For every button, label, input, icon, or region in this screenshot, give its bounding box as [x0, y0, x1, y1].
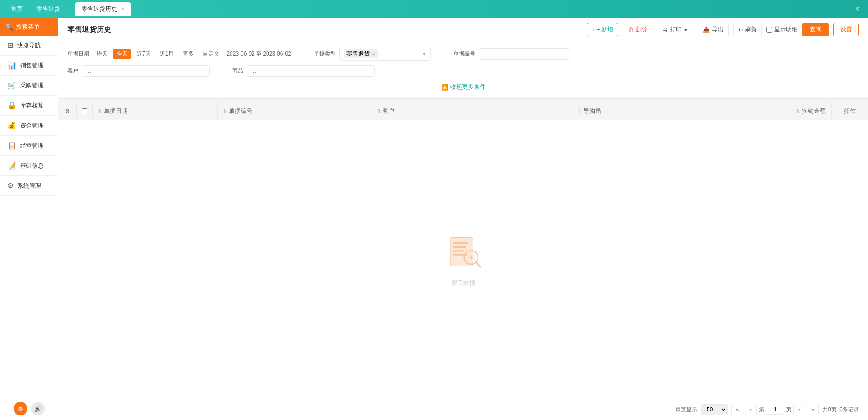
- bill-type-tag: 零售退货 ×: [344, 49, 378, 58]
- show-detail-checkbox-label[interactable]: 显示明细: [766, 26, 798, 34]
- customer-input[interactable]: [82, 65, 210, 77]
- refresh-icon: ↻: [738, 26, 743, 33]
- sidebar-item-inventory[interactable]: 🔒 库存核算: [0, 96, 58, 116]
- delete-icon: 🗑: [628, 26, 634, 33]
- sidebar-item-operation[interactable]: 📋 经营管理: [0, 136, 58, 156]
- page-size-select[interactable]: 50 10 20 100: [701, 404, 728, 415]
- th-bill: ⇅ 单据编号: [218, 102, 371, 120]
- prev-page-button[interactable]: ‹: [745, 404, 757, 415]
- svg-rect-2: [452, 246, 466, 247]
- tab-retail-return[interactable]: 零售退货 ×: [30, 2, 74, 16]
- page-unit: 页: [786, 406, 791, 414]
- tab-retail-return-history-close[interactable]: ×: [121, 6, 124, 12]
- print-chevron-icon: ▼: [683, 27, 688, 32]
- date-filter-label: 单据日期: [67, 50, 89, 58]
- new-button[interactable]: + + 新增: [587, 23, 618, 36]
- sidebar-item-system[interactable]: ⚙ 系统管理: [0, 176, 58, 196]
- quick-nav-icon: ⊞: [7, 41, 13, 50]
- system-icon: ⚙: [7, 181, 14, 190]
- collapse-icon: 🔼: [441, 84, 448, 91]
- query-button[interactable]: 查询: [802, 23, 829, 36]
- bill-no-filter: 单据编号: [453, 48, 570, 60]
- refresh-button[interactable]: ↻ 刷新: [733, 23, 762, 36]
- date-opt-more[interactable]: 更多: [179, 49, 197, 59]
- th-setting[interactable]: ⚙: [58, 103, 77, 119]
- tab-retail-return-history[interactable]: 零售退货历史 ×: [75, 2, 131, 16]
- first-page-button[interactable]: «: [731, 404, 743, 415]
- date-opt-today[interactable]: 今天: [113, 49, 131, 59]
- th-check[interactable]: [77, 104, 93, 119]
- svg-line-7: [476, 262, 480, 266]
- table-header: ⚙ ⇅ 单据日期 ⇅ 单据编号 ⇅ 客户 ⇅: [58, 102, 868, 120]
- volume-footer-button[interactable]: 🔊: [31, 402, 45, 415]
- sidebar: 🔍 搜索菜单 ⊞ 快捷导航 📊 销售管理 🛒 采购管理 🔒 库存核算 💰: [0, 18, 58, 420]
- operation-icon: 📋: [7, 141, 16, 150]
- plus-icon: +: [592, 26, 596, 33]
- window-close-button[interactable]: ×: [851, 5, 863, 14]
- sort-amount-icon[interactable]: ⇅: [796, 109, 800, 113]
- search-icon: 🔍: [5, 23, 13, 31]
- settings-footer-button[interactable]: ⚙: [14, 402, 27, 415]
- date-opt-last7[interactable]: 近7天: [133, 49, 154, 59]
- sort-date-icon[interactable]: ⇅: [98, 109, 102, 113]
- tab-retail-return-close[interactable]: ×: [65, 6, 68, 12]
- export-button[interactable]: 📤 导出: [698, 23, 729, 36]
- bill-type-filter: 单据类型 零售退货 × ▼: [314, 47, 431, 61]
- sidebar-item-sales-mgmt[interactable]: 📊 销售管理: [0, 56, 58, 76]
- empty-illustration: [441, 232, 486, 273]
- filter-row-1: 单据日期 昨天 今天 近7天 近1月 更多 自定义 2023-06-02 至 2…: [67, 47, 859, 61]
- sales-icon: 📊: [7, 61, 16, 70]
- sort-bill-icon[interactable]: ⇅: [223, 109, 227, 113]
- volume-footer-icon: 🔊: [34, 405, 41, 412]
- goods-filter: 商品: [232, 65, 375, 77]
- date-opt-last-month[interactable]: 近1月: [156, 49, 178, 59]
- sidebar-search[interactable]: 🔍 搜索菜单: [0, 18, 58, 36]
- show-detail-checkbox[interactable]: [766, 27, 772, 33]
- filter-row-2: 客户 商品: [67, 65, 859, 77]
- th-op: 操作: [832, 102, 868, 120]
- th-date: ⇅ 单据日期: [93, 102, 218, 120]
- page-header: 零售退货历史 + + 新增 🗑 删除 🖨 打印 ▼ 📤 导出: [58, 18, 868, 41]
- date-options: 昨天 今天 近7天 近1月 更多 自定义: [93, 49, 223, 59]
- print-button[interactable]: 🖨 打印 ▼: [657, 23, 693, 36]
- topbar: 首页 零售退货 × 零售退货历史 × ×: [0, 0, 868, 18]
- sort-customer-icon[interactable]: ⇅: [377, 109, 380, 113]
- sort-guide-icon[interactable]: ⇅: [578, 109, 581, 113]
- bill-type-label: 单据类型: [314, 50, 336, 58]
- page-size-label: 每页显示: [675, 406, 697, 414]
- last-page-button[interactable]: »: [807, 404, 819, 415]
- bill-type-tag-close[interactable]: ×: [372, 51, 375, 57]
- th-customer: ⇅ 客户: [371, 102, 572, 120]
- date-opt-yesterday[interactable]: 昨天: [93, 49, 111, 59]
- date-range-text: 2023-06-02 至 2023-06-02: [226, 50, 291, 58]
- empty-text: 暂无数据: [452, 279, 475, 287]
- sidebar-menu: ⊞ 快捷导航 📊 销售管理 🛒 采购管理 🔒 库存核算 💰 资金管理 📋: [0, 36, 58, 397]
- setting-button[interactable]: 设置: [833, 23, 859, 36]
- bill-type-select[interactable]: 零售退货 × ▼: [339, 47, 431, 61]
- pagination: 每页显示 50 10 20 100 « ‹ 第 页 › » 共0页, 0条记录: [58, 399, 868, 420]
- goods-filter-label: 商品: [232, 67, 243, 75]
- collapse-filter-button[interactable]: 🔼 收起更多条件: [67, 81, 859, 93]
- sidebar-item-basic-info[interactable]: 📝 基础信息: [0, 156, 58, 176]
- sidebar-item-purchase-mgmt[interactable]: 🛒 采购管理: [0, 76, 58, 96]
- inventory-icon: 🔒: [7, 101, 16, 110]
- customer-filter-label: 客户: [67, 67, 78, 75]
- select-all-checkbox[interactable]: [82, 108, 87, 114]
- date-opt-custom[interactable]: 自定义: [199, 49, 223, 59]
- delete-button[interactable]: 🗑 删除: [623, 23, 652, 36]
- page-number-input[interactable]: [766, 405, 784, 415]
- th-guide: ⇅ 导购员: [572, 102, 726, 120]
- table-area: ⚙ ⇅ 单据日期 ⇅ 单据编号 ⇅ 客户 ⇅: [58, 102, 868, 420]
- page-title: 零售退货历史: [67, 25, 111, 35]
- bill-no-input[interactable]: [479, 48, 570, 60]
- purchase-icon: 🛒: [7, 81, 16, 90]
- tab-home[interactable]: 首页: [5, 2, 29, 16]
- table-settings-icon[interactable]: ⚙: [65, 108, 70, 115]
- goods-input[interactable]: [247, 65, 375, 77]
- sidebar-item-quick-nav[interactable]: ⊞ 快捷导航: [0, 36, 58, 56]
- page-nav: « ‹ 第 页 › »: [731, 404, 819, 415]
- next-page-button[interactable]: ›: [793, 404, 805, 415]
- bill-type-chevron-icon: ▼: [422, 51, 426, 56]
- svg-rect-3: [452, 250, 464, 251]
- sidebar-item-finance[interactable]: 💰 资金管理: [0, 116, 58, 136]
